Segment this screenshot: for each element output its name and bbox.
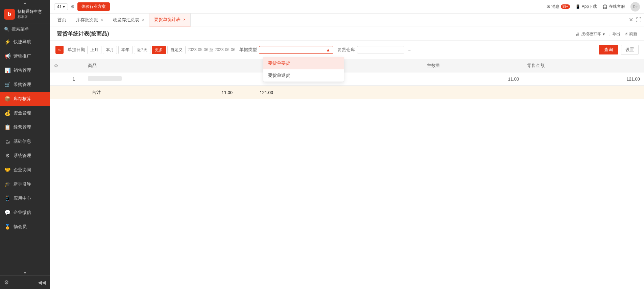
date-filter-label: 单据日期 [68,47,85,53]
print-icon: 🖨 [576,32,580,37]
this-month-btn[interactable]: 本月 [103,46,117,54]
footer-quantity: 11.00 [221,90,233,95]
tab-expand-button[interactable]: ⛶ [636,17,641,23]
guide-icon: 🎓 [4,181,11,187]
store-selector[interactable]: 41 ▾ [54,3,68,10]
dropdown-item-order-goods[interactable]: 要货单要货 [263,57,344,69]
filter-expand-button[interactable]: » [55,46,64,54]
main-area: 41 ▾ ⚙ 体验行业方案 ✉ 消息 99+ 📱 App下载 🎧 在线客服 Ri… [50,0,644,289]
tab-order-summary[interactable]: 要货单统计表 × [149,14,191,26]
sidebar-item-label: 库存核算 [14,96,31,102]
export-icon: ↓ [609,32,611,37]
col-amount-header: 零售金额 [523,59,644,72]
tab-home[interactable]: 首页 [53,14,71,26]
row-quantity-cell[interactable]: 11.00 [423,72,523,86]
settings-icon[interactable]: ⚙ [4,279,9,286]
warehouse-filter-group: 要货仓库 ​ ··· [337,46,411,53]
sidebar-item-guide[interactable]: 🎓 新手引导 [0,177,50,191]
store-name: 41 [57,4,62,9]
sidebar-item-finance[interactable]: 💰 资金管理 [0,106,50,120]
sidebar-item-label: 采购管理 [14,82,31,88]
avatar[interactable]: Rit [630,2,640,12]
col-quantity-header: 主数量 [423,59,523,72]
type-filter-group: 单据类型 ​ ▲ 要货单要货 要货单退货 [239,46,333,54]
more-btn[interactable]: 更多 [152,46,166,54]
warehouse-filter-label: 要货仓库 [337,47,355,53]
export-label: 导出 [612,31,620,37]
sidebar-item-quick-nav[interactable]: ⚡ 快捷导航 [0,35,50,49]
app-download-action[interactable]: 📱 App下载 [575,4,597,9]
last-7-days-btn[interactable]: 近7天 [134,46,150,54]
tab-order-summary-close[interactable]: × [183,17,186,22]
type-select-box[interactable]: ​ ▲ [259,46,333,54]
refresh-button[interactable]: ↺ 刷新 [624,31,637,37]
this-year-btn[interactable]: 本年 [118,46,133,54]
message-action[interactable]: ✉ 消息 99+ [547,4,570,9]
basic-info-icon: 🗂 [4,138,11,145]
message-badge: 99+ [561,4,570,9]
quick-nav-icon: ⚡ [4,39,11,45]
sidebar-item-operations[interactable]: 📋 经营管理 [0,120,50,134]
sidebar-scroll-up[interactable]: ▲ [0,0,50,5]
row-amount-cell[interactable]: 121.00 [523,72,644,86]
data-table: ⚙ 商品 主计量单位 主数量 零售金额 1 [50,59,644,86]
refresh-icon: ↺ [624,32,628,37]
warehouse-dots-icon[interactable]: ··· [408,47,411,52]
store-selector-chevron: ▾ [63,4,65,9]
collapse-icon[interactable]: ◀◀ [38,279,46,286]
footer-amount-cell: 121.00 [237,90,277,95]
tab-batch-stock-close[interactable]: × [101,18,103,22]
sidebar-item-sales[interactable]: 📊 销售管理 [0,63,50,77]
tab-receive-summary-close[interactable]: × [142,18,144,22]
warehouse-input[interactable]: ​ [357,46,404,53]
sidebar-scroll-down[interactable]: ▼ [0,270,50,275]
dropdown-item-order-return[interactable]: 要货单退货 [263,69,344,82]
phone-icon: 📱 [575,4,580,9]
tab-receive-summary-label: 收发存汇总表 [113,17,139,23]
filter-bar: » 单据日期 上月 本月 本年 近7天 更多 自定义 2023-05-06 至 … [50,41,644,59]
trial-button[interactable]: 体验行业方案 [77,2,110,11]
table-footer: 合计 11.00 121.00 [50,86,644,99]
type-dropdown-menu: 要货单要货 要货单退货 [263,57,344,82]
expand-icon: » [58,47,61,52]
sidebar-item-label: 应用中心 [14,195,31,201]
export-button[interactable]: ↓ 导出 [609,31,620,37]
settings-button[interactable]: 设置 [621,45,639,55]
sidebar-item-wechat[interactable]: 💬 企业微信 [0,205,50,220]
tab-receive-summary[interactable]: 收发存汇总表 × [108,14,149,26]
sidebar-item-system[interactable]: ⚙ 系统管理 [0,149,50,163]
sidebar-item-app-center[interactable]: 📱 应用中心 [0,191,50,205]
wechat-icon: 💬 [4,209,11,216]
row-goods-cell [84,72,281,86]
query-button[interactable]: 查询 [599,45,618,54]
sidebar-item-label: 经营管理 [14,124,31,130]
marketing-icon: 📢 [4,53,11,60]
prev-month-btn[interactable]: 上月 [87,46,101,54]
sidebar-bottom: ⚙ ◀◀ [0,275,50,289]
tabs-bar: 首页 库存批次账 × 收发存汇总表 × 要货单统计表 × ✕ ⛶ [50,14,644,26]
enterprise-icon: 🤝 [4,166,11,173]
header-left: 41 ▾ ⚙ 体验行业方案 [54,2,110,11]
app-version: 标准版 [18,15,42,19]
online-service-label: 在线客服 [609,4,625,9]
tab-close-all-button[interactable]: ✕ [629,17,633,23]
type-filter-label: 单据类型 [239,47,257,53]
sidebar-item-label: 新手引导 [14,181,31,187]
tab-batch-stock[interactable]: 库存批次账 × [71,14,108,26]
online-service-action[interactable]: 🎧 在线客服 [602,4,625,9]
inventory-icon: 📦 [4,95,11,102]
sidebar-item-purchase[interactable]: 🛒 采购管理 [0,77,50,92]
finance-icon: 💰 [4,110,11,116]
sidebar-item-inventory[interactable]: 📦 库存核算 [0,92,50,106]
sidebar-search[interactable]: 🔍 搜索菜单 [0,23,50,35]
sidebar-item-member[interactable]: 🏅 畅会员 [0,220,50,234]
print-template-button[interactable]: 🖨 按模板打印 ▾ [576,31,605,37]
goods-placeholder [88,76,122,81]
header-settings-icon[interactable]: ⚙ [71,4,75,9]
sidebar-item-marketing[interactable]: 📢 营销推广 [0,49,50,63]
sidebar-item-basic-info[interactable]: 🗂 基础信息 [0,134,50,149]
col-settings-header[interactable]: ⚙ [50,59,64,72]
sidebar-item-enterprise[interactable]: 🤝 企业协同 [0,163,50,177]
sidebar-item-label: 系统管理 [14,153,31,159]
custom-btn[interactable]: 自定义 [167,46,186,54]
